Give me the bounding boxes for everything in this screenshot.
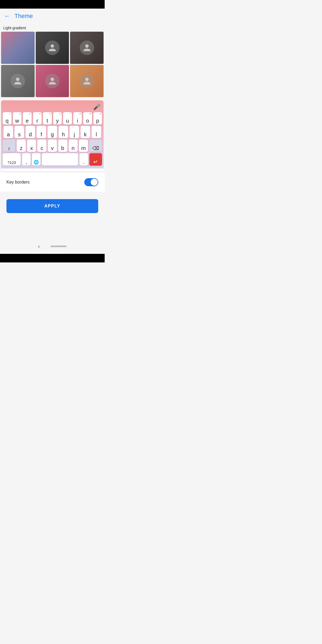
- key-m[interactable]: m: [79, 140, 88, 152]
- key-borders-label: Key borders: [6, 180, 30, 185]
- tile-3-avatar: [80, 41, 94, 55]
- theme-tile-5[interactable]: [36, 65, 69, 97]
- theme-grid: [0, 32, 105, 98]
- key-h[interactable]: h: [58, 126, 68, 138]
- key-comma[interactable]: ,: [22, 153, 31, 166]
- key-i[interactable]: 8i: [73, 112, 82, 125]
- key-b[interactable]: b: [58, 140, 67, 152]
- person-icon-4: [13, 77, 22, 85]
- key-v[interactable]: v: [48, 140, 57, 152]
- bottom-bar: [0, 254, 105, 262]
- key-s[interactable]: s: [14, 126, 24, 138]
- key-f[interactable]: f: [36, 126, 46, 138]
- back-button[interactable]: ←: [4, 13, 10, 20]
- keyboard-preview: 🎤 1q 2w 3e 4r 5t 6y 7u 8i 9o 0p a s d f …: [1, 100, 104, 171]
- spacer: [0, 219, 105, 241]
- key-a[interactable]: a: [3, 126, 13, 138]
- home-indicator[interactable]: [50, 246, 67, 247]
- page-title: Theme: [14, 13, 33, 20]
- tile-2-avatar: [45, 41, 60, 55]
- key-globe[interactable]: 🌐: [32, 153, 41, 166]
- key-z[interactable]: z: [17, 140, 26, 152]
- key-delete[interactable]: ⌫: [89, 140, 102, 152]
- nav-back-icon[interactable]: ‹: [38, 244, 40, 249]
- person-icon: [48, 43, 57, 52]
- keyboard-row-3: ⇧ z x c v b n m ⌫: [3, 140, 102, 152]
- key-t[interactable]: 5t: [43, 112, 52, 125]
- key-q[interactable]: 1q: [3, 112, 12, 125]
- nav-bar: ‹: [0, 241, 105, 254]
- toggle-track: [84, 178, 98, 186]
- theme-tile-6[interactable]: [70, 65, 104, 97]
- key-l[interactable]: l: [92, 126, 101, 138]
- keyboard-bottom-row: ?123 , 🌐 . ↵: [3, 153, 102, 166]
- key-p[interactable]: 0p: [93, 112, 102, 125]
- key-y[interactable]: 6y: [53, 112, 62, 125]
- keyboard-top-row: 🎤: [3, 103, 102, 112]
- mic-icon[interactable]: 🎤: [93, 104, 100, 111]
- key-g[interactable]: g: [47, 126, 57, 138]
- key-x[interactable]: x: [27, 140, 36, 152]
- settings-section: Key borders: [0, 173, 105, 192]
- tile-5-avatar: [45, 74, 60, 88]
- top-status-bar: [0, 0, 105, 9]
- key-num-sym[interactable]: ?123: [3, 153, 21, 166]
- key-enter[interactable]: ↵: [89, 153, 102, 166]
- key-shift[interactable]: ⇧: [3, 140, 15, 152]
- tile-1-bg: [1, 32, 35, 64]
- key-j[interactable]: j: [69, 126, 79, 138]
- key-n[interactable]: n: [69, 140, 78, 152]
- theme-tile-3[interactable]: [70, 32, 104, 64]
- theme-tile-2[interactable]: [36, 32, 69, 64]
- key-e[interactable]: 3e: [23, 112, 32, 125]
- key-o[interactable]: 9o: [83, 112, 92, 125]
- key-w[interactable]: 2w: [13, 112, 22, 125]
- key-period[interactable]: .: [79, 153, 88, 166]
- person-icon-6: [83, 77, 91, 85]
- theme-tile-1[interactable]: [1, 32, 35, 64]
- apply-button[interactable]: APPLY: [6, 199, 98, 213]
- person-icon-3: [83, 43, 91, 52]
- keyboard-gradient: 🎤 1q 2w 3e 4r 5t 6y 7u 8i 9o 0p a s d f …: [1, 100, 104, 169]
- key-borders-toggle[interactable]: [84, 178, 98, 186]
- key-d[interactable]: d: [25, 126, 35, 138]
- theme-tile-4[interactable]: [1, 65, 35, 97]
- section-label: Light gradient: [0, 24, 105, 32]
- keyboard-row-1: 1q 2w 3e 4r 5t 6y 7u 8i 9o 0p: [3, 112, 102, 125]
- key-borders-row: Key borders: [6, 178, 98, 186]
- tile-6-avatar: [80, 74, 94, 88]
- key-k[interactable]: k: [80, 126, 90, 138]
- key-c[interactable]: c: [37, 140, 46, 152]
- tile-4-avatar: [10, 74, 25, 88]
- toggle-thumb: [91, 179, 98, 186]
- header: ← Theme: [0, 9, 105, 24]
- keyboard-row-2: a s d f g h j k l: [3, 126, 102, 138]
- apply-section: APPLY: [0, 193, 105, 219]
- key-r[interactable]: 4r: [33, 112, 42, 125]
- person-icon-5: [48, 77, 57, 85]
- key-u[interactable]: 7u: [63, 112, 72, 125]
- key-space[interactable]: [42, 153, 78, 166]
